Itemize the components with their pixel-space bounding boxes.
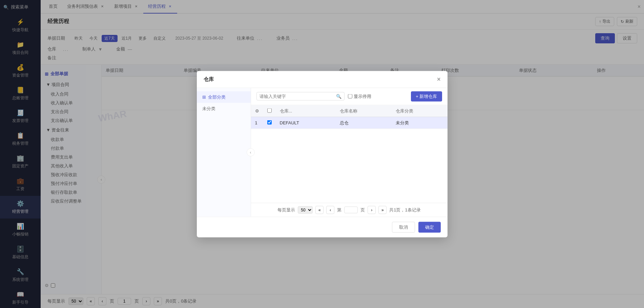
modal-page-last-btn[interactable]: » [378, 206, 387, 214]
modal-close-button[interactable]: × [437, 76, 441, 83]
modal-row-no: 1 [251, 117, 263, 129]
modal-col-checkbox [263, 105, 276, 117]
modal-per-page-select[interactable]: 50 [298, 206, 313, 213]
modal-sidebar: ⊞ 全部分类 未分类 ‹ [197, 88, 251, 217]
modal-row-select-checkbox[interactable] [267, 120, 272, 124]
modal-search-icon[interactable]: 🔍 [336, 94, 341, 99]
modal-confirm-button[interactable]: 确定 [418, 222, 441, 232]
modal-page-next-btn[interactable]: › [368, 206, 376, 214]
modal-page-input[interactable]: 1 [344, 206, 358, 213]
modal-search-wrap: 🔍 [256, 92, 345, 101]
modal-page-label: 页 [360, 207, 365, 213]
modal-search-input[interactable] [259, 94, 336, 99]
col-settings-icon[interactable]: ⚙ [255, 108, 259, 114]
modal-col-name: 仓库名称 [336, 105, 392, 117]
modal-table-area: 🔍 显示停用 + 新增仓库 ⚙ [251, 88, 448, 217]
modal-show-disabled-label: 显示停用 [348, 93, 371, 99]
modal-show-disabled-checkbox[interactable] [348, 94, 352, 99]
modal-sidebar-uncategorized[interactable]: 未分类 [197, 103, 251, 114]
modal-sidebar-collapse-button[interactable]: ‹ [247, 148, 255, 156]
modal-cancel-button[interactable]: 取消 [392, 222, 415, 232]
modal-row-code: DEFAULT [276, 117, 336, 129]
modal-add-button[interactable]: + 新增仓库 [411, 91, 442, 101]
modal-table-row[interactable]: 1 DEFAULT 总仓 未分类 [251, 117, 448, 129]
modal-body: ⊞ 全部分类 未分类 ‹ 🔍 [197, 88, 448, 217]
modal-select-all-checkbox[interactable] [267, 108, 272, 112]
grid-icon-modal: ⊞ [202, 95, 206, 100]
modal-title: 仓库 [204, 76, 214, 82]
modal-pagination: 每页显示 50 « ‹ 第 1 页 › » 共1页，1条记录 [251, 203, 448, 217]
modal-col-code: 仓库... [276, 105, 336, 117]
modal-page-word: 第 [337, 207, 341, 213]
modal-page-prev-btn[interactable]: ‹ [326, 206, 334, 214]
warehouse-modal: 仓库 × ⊞ 全部分类 未分类 ‹ [197, 71, 448, 237]
modal-table-wrap: ⚙ 仓库... 仓库名称 [251, 105, 448, 203]
modal-row-checkbox [263, 117, 276, 129]
modal-total-info: 共1页，1条记录 [389, 207, 420, 213]
modal-row-category: 未分类 [392, 117, 448, 129]
modal-col-category: 仓库分类 [392, 105, 448, 117]
modal-page-first-btn[interactable]: « [315, 206, 324, 214]
modal-col-settings: ⚙ [251, 105, 263, 117]
modal-footer: 取消 确定 [197, 217, 448, 237]
modal-header: 仓库 × [197, 71, 448, 88]
modal-per-page-label: 每页显示 [277, 207, 295, 213]
modal-warehouse-table: ⚙ 仓库... 仓库名称 [251, 105, 448, 129]
modal-row-name: 总仓 [336, 117, 392, 129]
modal-toolbar: 🔍 显示停用 + 新增仓库 [251, 88, 448, 105]
modal-sidebar-all-category[interactable]: ⊞ 全部分类 [197, 91, 251, 103]
modal-content-wrap: ⊞ 全部分类 未分类 ‹ 🔍 [197, 88, 448, 217]
